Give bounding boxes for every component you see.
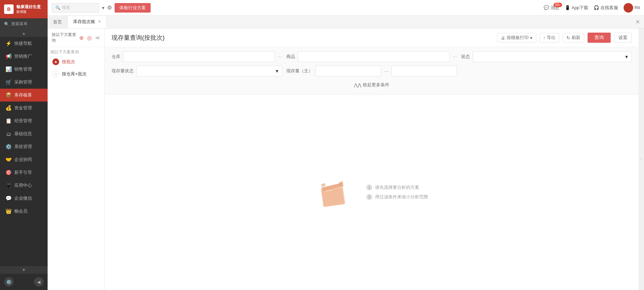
filter-status-group: 状态 ▼ <box>461 51 632 62</box>
topbar: 🔍 搜索 ▾ ⚙ 体验行业方案 💬 消息 99+ 📱 App下载 🎧 在线客服 <box>48 0 644 16</box>
member-icon: 👑 <box>5 208 12 214</box>
user-avatar-area[interactable]: Rit <box>624 3 640 13</box>
sidebar-item-label: 新手引导 <box>14 169 32 176</box>
tab-close-icon[interactable]: ✕ <box>98 19 101 24</box>
sidebar-item-guide[interactable]: 🎯 新手引导 <box>0 166 48 179</box>
sidebar-item-apps[interactable]: 📱 应用中心 <box>0 179 48 192</box>
page-title: 现存量查询(按批次) <box>112 34 497 42</box>
scheme-header-title: 按以下方案查询 <box>52 32 77 43</box>
purchase-icon: 🛒 <box>5 79 12 85</box>
topbar-search-box[interactable]: 🔍 搜索 <box>52 3 99 13</box>
export-icon: ↑ <box>543 35 546 40</box>
tabs-bar: 首页 库存批次账 ✕ ✕ <box>48 16 644 29</box>
base-icon: 🗂 <box>5 131 12 137</box>
settings-scheme-icon[interactable]: ◎ <box>87 35 92 41</box>
print-icon: 🖨 <box>501 35 505 40</box>
sidebar-item-member[interactable]: 👑 畅会员 <box>0 205 48 218</box>
status-select[interactable]: ▼ <box>473 51 632 62</box>
sidebar-item-label: 采购管理 <box>14 79 32 85</box>
scheme-icon-by-warehouse-batch: ○ <box>52 71 59 77</box>
sidebar-scroll-down[interactable]: ▼ <box>0 266 48 274</box>
apps-icon: 📱 <box>5 182 12 188</box>
scheme-header-label: 按以下方案查询 <box>48 47 104 56</box>
user-name: Rit <box>634 5 640 10</box>
sidebar: B 畅康通好生意 标准版 🔍 搜索菜单 ▲ ⚡ 快捷导航 📢 营销推广 📊 销售… <box>0 0 48 290</box>
avatar <box>624 3 633 13</box>
tab-home[interactable]: 首页 <box>48 16 68 28</box>
warehouse-more-icon[interactable]: ··· <box>278 54 282 60</box>
app-download-btn[interactable]: 📱 App下载 <box>565 5 588 11</box>
trial-button[interactable]: 体验行业方案 <box>115 3 151 13</box>
sidebar-item-finance[interactable]: 💰 资金管理 <box>0 102 48 114</box>
query-button[interactable]: 查询 <box>588 33 611 43</box>
stock-status-select[interactable]: ▼ <box>136 66 282 76</box>
scheme-item-by-warehouse-batch[interactable]: ○ 按仓库+批次 <box>48 68 104 80</box>
sidebar-item-label: 销售管理 <box>14 66 32 72</box>
stock-qty-max-input[interactable] <box>391 66 457 76</box>
tip-text-2: 用过滤条件来缩小分析范围 <box>375 194 428 200</box>
sidebar-item-quick-nav[interactable]: ⚡ 快捷导航 <box>0 37 48 50</box>
app-logo: B <box>4 4 14 14</box>
sidebar-item-label: 企业微信 <box>14 195 32 201</box>
sidebar-item-operations[interactable]: 📋 经营管理 <box>0 114 48 127</box>
status-dropdown-icon: ▼ <box>624 54 629 59</box>
warehouse-input[interactable] <box>123 51 275 62</box>
sidebar-item-base[interactable]: 🗂 基础信息 <box>0 127 48 140</box>
sidebar-item-label: 企业协同 <box>14 157 32 163</box>
main-area: 🔍 搜索 ▾ ⚙ 体验行业方案 💬 消息 99+ 📱 App下载 🎧 在线客服 <box>48 0 644 290</box>
sidebar-item-sales[interactable]: 📊 销售管理 <box>0 63 48 76</box>
sidebar-item-wechat[interactable]: 💬 企业微信 <box>0 192 48 205</box>
enterprise-icon: 🤝 <box>5 157 12 163</box>
stock-qty-divider: — <box>384 68 389 74</box>
scheme-item-by-batch[interactable]: ● 按批次 <box>48 56 104 68</box>
tip-num-1: 1 <box>366 184 372 191</box>
settings-icon[interactable]: ⚙ <box>107 4 112 11</box>
filter-area: 仓库 ··· 商品 ··· 状态 ▼ <box>105 47 639 94</box>
collapse-filter-btn[interactable]: ⋀⋀ 收起更多条件 <box>112 80 632 90</box>
sidebar-item-purchase[interactable]: 🛒 采购管理 <box>0 76 48 89</box>
status-label: 状态 <box>461 54 470 60</box>
empty-tips: 1 请先选择要分析的方案 2 用过滤条件来缩小分析范围 <box>366 184 428 200</box>
quick-nav-icon: ⚡ <box>5 40 12 47</box>
export-btn[interactable]: ↑ 导出 <box>540 33 560 42</box>
print-label: 按模板打印 <box>507 35 529 41</box>
sidebar-item-enterprise[interactable]: 🤝 企业协同 <box>0 153 48 166</box>
sidebar-item-marketing[interactable]: 📢 营销推广 <box>0 50 48 63</box>
app-subtitle: 标准版 <box>16 10 41 14</box>
settings-button[interactable]: 设置 <box>614 33 632 43</box>
sales-icon: 📊 <box>5 66 12 72</box>
scheme-panel: 按以下方案查询 ⊕ ◎ ≪ 按以下方案查询 ● 按批次 ○ 按仓库+批次 <box>48 29 105 290</box>
filter-row-1: 仓库 ··· 商品 ··· 状态 ▼ <box>112 51 632 62</box>
sidebar-collapse-icon[interactable]: ◀ <box>34 277 44 287</box>
sidebar-search[interactable]: 🔍 搜索菜单 <box>0 18 48 30</box>
svg-marker-3 <box>321 183 325 187</box>
online-service-btn[interactable]: 🎧 在线客服 <box>594 5 618 11</box>
system-icon: ⚙️ <box>5 144 12 150</box>
operations-icon: 📋 <box>5 118 12 124</box>
messages-btn[interactable]: 💬 消息 99+ <box>544 5 559 11</box>
tab-batch-account[interactable]: 库存批次账 ✕ <box>68 16 107 28</box>
sidebar-scroll-up[interactable]: ▲ <box>0 30 48 37</box>
print-btn[interactable]: 🖨 按模板打印 ▾ <box>497 33 536 42</box>
add-scheme-icon[interactable]: ⊕ <box>79 35 84 41</box>
refresh-btn[interactable]: ↻ 刷新 <box>563 33 584 42</box>
sidebar-header: B 畅康通好生意 标准版 <box>0 0 48 18</box>
content-area: 按以下方案查询 ⊕ ◎ ≪ 按以下方案查询 ● 按批次 ○ 按仓库+批次 <box>48 29 644 290</box>
panel-close-btn[interactable]: ✕ <box>635 19 640 25</box>
product-more-icon[interactable]: ··· <box>453 54 457 60</box>
collapse-scheme-icon[interactable]: ≪ <box>95 35 100 40</box>
right-expand-icon: › <box>641 157 642 162</box>
tab-batch-account-label: 库存批次账 <box>73 19 95 25</box>
app-title: 畅康通好生意 <box>16 4 41 10</box>
message-icon: 💬 <box>544 5 549 10</box>
right-panel-hint[interactable]: › <box>639 29 644 290</box>
sidebar-settings-icon[interactable]: ⚙️ <box>4 277 14 287</box>
dropdown-icon[interactable]: ▾ <box>102 5 104 11</box>
sidebar-item-label: 资金管理 <box>14 105 32 111</box>
sidebar-item-inventory[interactable]: 📦 库存核算 <box>0 89 48 102</box>
export-label: 导出 <box>547 35 556 41</box>
sidebar-item-system[interactable]: ⚙️ 系统管理 <box>0 140 48 153</box>
product-input[interactable] <box>298 51 450 62</box>
stock-qty-min-input[interactable] <box>316 66 381 76</box>
sidebar-item-label: 快捷导航 <box>14 40 32 47</box>
